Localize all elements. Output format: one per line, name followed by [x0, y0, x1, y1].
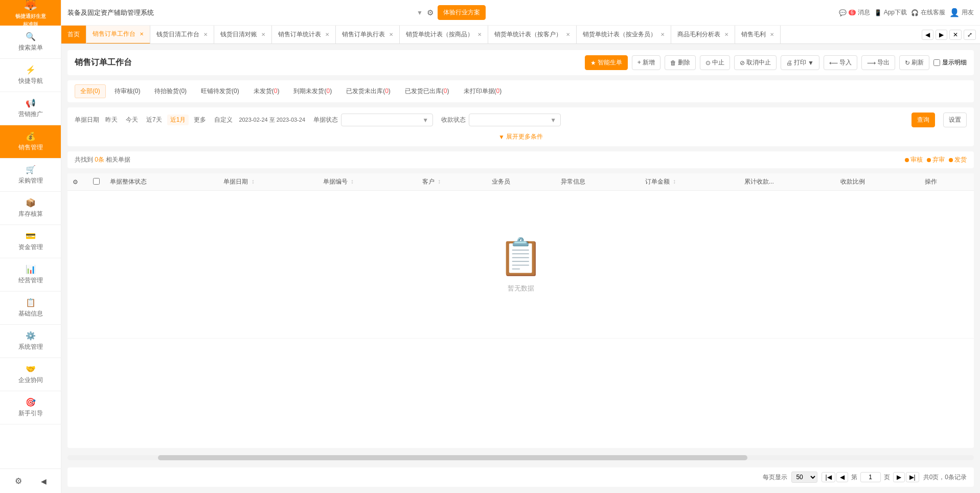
filter-tab-shipped-out[interactable]: 已发货已出库(0): [399, 84, 455, 98]
filter-tab-shipped-not-out[interactable]: 已发货未出库(0): [340, 84, 396, 98]
sidebar-item-guide[interactable]: 🎯新手引导: [0, 391, 61, 424]
close-tab-sales-gross[interactable]: ✕: [770, 32, 774, 37]
filter-tab-not-printed[interactable]: 未打印单据(0): [458, 84, 508, 98]
filter-tab-not-shipped[interactable]: 未发货(0): [248, 84, 285, 98]
filter-tab-all[interactable]: 全部(0): [75, 84, 106, 98]
tabs-next-btn[interactable]: ▶: [936, 30, 947, 40]
filter-label-shipped-out: 已发货已出库(0): [405, 87, 449, 95]
date-option-昨天[interactable]: 昨天: [102, 115, 121, 125]
page-input[interactable]: [860, 472, 881, 482]
close-tab-sales-stats[interactable]: ✕: [325, 32, 329, 37]
th-action: 操作: [920, 173, 974, 191]
th-number[interactable]: 单据编号 ↕: [318, 173, 417, 191]
scrollbar-thumb[interactable]: [158, 455, 747, 460]
tab-cash-reconcile[interactable]: 钱货日清对账✕: [214, 26, 272, 44]
tabs-close-all-btn[interactable]: ✕: [949, 30, 962, 40]
tab-sales-gross[interactable]: 销售毛利✕: [735, 26, 781, 44]
export-btn[interactable]: ⟶ 导出: [861, 55, 895, 70]
tab-sales-stats-customer[interactable]: 销货单统计表（按客户）✕: [488, 26, 577, 44]
sidebar-item-inventory[interactable]: 📦库存核算: [0, 192, 61, 225]
filter-tab-wangpu-pending[interactable]: 旺铺待发货(0): [195, 84, 245, 98]
close-tab-cash-daily[interactable]: ✕: [203, 32, 208, 37]
close-tab-sales-stats-customer[interactable]: ✕: [566, 32, 570, 37]
tabs-maximize-btn[interactable]: ⤢: [964, 30, 976, 40]
delete-btn[interactable]: 🗑 删除: [665, 55, 696, 70]
th-customer[interactable]: 客户 ↕: [417, 173, 487, 191]
close-tab-profit-analysis[interactable]: ✕: [724, 32, 728, 37]
user-group[interactable]: 👤 用友: [949, 8, 974, 17]
sidebar-settings-btn[interactable]: ⚙: [13, 474, 24, 488]
cancel-suspend-btn[interactable]: ⊘ 取消中止: [734, 55, 777, 70]
sidebar-item-enterprise[interactable]: 🤝企业协同: [0, 358, 61, 391]
tab-home[interactable]: 首页: [61, 26, 86, 44]
query-btn[interactable]: 查询: [911, 113, 935, 127]
import-btn[interactable]: ⟵ 导入: [824, 55, 857, 70]
close-tab-sales-stats-staff[interactable]: ✕: [660, 32, 665, 37]
select-all-checkbox[interactable]: [93, 178, 100, 185]
add-btn[interactable]: + 新增: [632, 55, 660, 70]
sidebar-collapse-btn[interactable]: ◀: [39, 474, 49, 488]
topbar-settings-icon[interactable]: ⚙: [427, 8, 434, 17]
sidebar-item-purchase[interactable]: 🛒采购管理: [0, 159, 61, 192]
topbar-dropdown-icon[interactable]: ▼: [417, 9, 423, 16]
date-option-自定义[interactable]: 自定义: [211, 115, 236, 125]
filter-tab-pending-inspect[interactable]: 待抬验货(0): [149, 84, 192, 98]
sidebar-item-quick-nav[interactable]: ⚡快捷导航: [0, 59, 61, 92]
date-option-近7天[interactable]: 近7天: [143, 115, 165, 125]
first-page-btn[interactable]: |◀: [822, 472, 835, 482]
filter-tab-pending-review[interactable]: 待审核(0): [109, 84, 146, 98]
expand-conditions-btn[interactable]: ▼ 展开更多条件: [498, 129, 543, 141]
th-checkbox[interactable]: [88, 173, 105, 191]
th-settings[interactable]: ⚙: [67, 173, 88, 191]
date-option-更多[interactable]: 更多: [191, 115, 209, 125]
close-tab-sales-workbench[interactable]: ✕: [140, 31, 144, 37]
sidebar-item-system[interactable]: ⚙️系统管理: [0, 325, 61, 358]
sidebar-item-search[interactable]: 🔍搜索菜单: [0, 26, 61, 59]
review-btn[interactable]: 审核: [905, 155, 923, 164]
tabs-prev-btn[interactable]: ◀: [922, 30, 933, 40]
close-tab-sales-stats-product[interactable]: ✕: [477, 32, 482, 37]
sidebar-item-basic-info[interactable]: 📋基础信息: [0, 292, 61, 325]
close-tab-cash-reconcile[interactable]: ✕: [261, 32, 265, 37]
suspend-icon: ⊙: [705, 59, 711, 66]
prev-page-btn[interactable]: ◀: [836, 472, 848, 482]
tab-sales-stats[interactable]: 销售订单统计表✕: [272, 26, 336, 44]
th-amount[interactable]: 订单金额 ↕: [640, 173, 739, 191]
sidebar-item-sales[interactable]: 💰销售管理: [0, 125, 61, 159]
date-option-今天[interactable]: 今天: [123, 115, 141, 125]
suspend-btn[interactable]: ⊙ 中止: [700, 55, 730, 70]
tab-sales-workbench[interactable]: 销售订单工作台✕: [86, 26, 150, 44]
tab-profit-analysis[interactable]: 商品毛利分析表✕: [671, 26, 735, 44]
status-dropdown[interactable]: ▼: [341, 114, 433, 126]
ship-btn[interactable]: 发货: [949, 155, 967, 164]
show-detail-checkbox[interactable]: 显示明细: [933, 58, 967, 67]
sidebar-item-operation[interactable]: 📊经营管理: [0, 258, 61, 292]
solution-button[interactable]: 体验行业方案: [438, 5, 486, 20]
tab-cash-daily[interactable]: 钱货日清工作台✕: [150, 26, 214, 44]
sidebar-item-marketing[interactable]: 📢营销推广: [0, 92, 61, 125]
message-group[interactable]: 💬 6 消息: [839, 8, 870, 17]
detail-checkbox-input[interactable]: [933, 59, 940, 66]
tab-sales-exec[interactable]: 销售订单执行表✕: [336, 26, 400, 44]
setting-query-btn[interactable]: 设置: [943, 113, 967, 127]
online-service-group[interactable]: 🎧 在线客服: [911, 8, 945, 17]
date-option-近1月[interactable]: 近1月: [167, 115, 189, 125]
payment-dropdown[interactable]: ▼: [469, 114, 561, 126]
horizontal-scrollbar[interactable]: [67, 455, 974, 460]
app-download-group[interactable]: 📱 App下载: [874, 8, 907, 17]
print-icon: 🖨: [786, 59, 792, 66]
last-page-btn[interactable]: ▶|: [906, 472, 919, 482]
data-table: ⚙ 单据整体状态 单据日期 ↕ 单据编号 ↕ 客户 ↕ 业务员 异常信息 订单金…: [67, 173, 974, 339]
smart-create-btn[interactable]: ★ 智能生单: [585, 55, 628, 70]
th-date[interactable]: 单据日期 ↕: [218, 173, 317, 191]
cancel-review-btn[interactable]: 弃审: [927, 155, 945, 164]
refresh-btn[interactable]: ↻ 刷新: [899, 55, 929, 70]
close-tab-sales-exec[interactable]: ✕: [389, 32, 393, 37]
filter-tab-expired-not-shipped[interactable]: 到期未发货(0): [288, 84, 337, 98]
per-page-select[interactable]: 50 20 100: [791, 472, 817, 483]
print-btn[interactable]: 🖨 打印 ▼: [781, 55, 819, 70]
tab-sales-stats-staff[interactable]: 销货单统计表（按业务员）✕: [577, 26, 671, 44]
tab-sales-stats-product[interactable]: 销货单统计表（按商品）✕: [400, 26, 488, 44]
next-page-btn[interactable]: ▶: [893, 472, 905, 482]
sidebar-item-finance[interactable]: 💳资金管理: [0, 225, 61, 258]
